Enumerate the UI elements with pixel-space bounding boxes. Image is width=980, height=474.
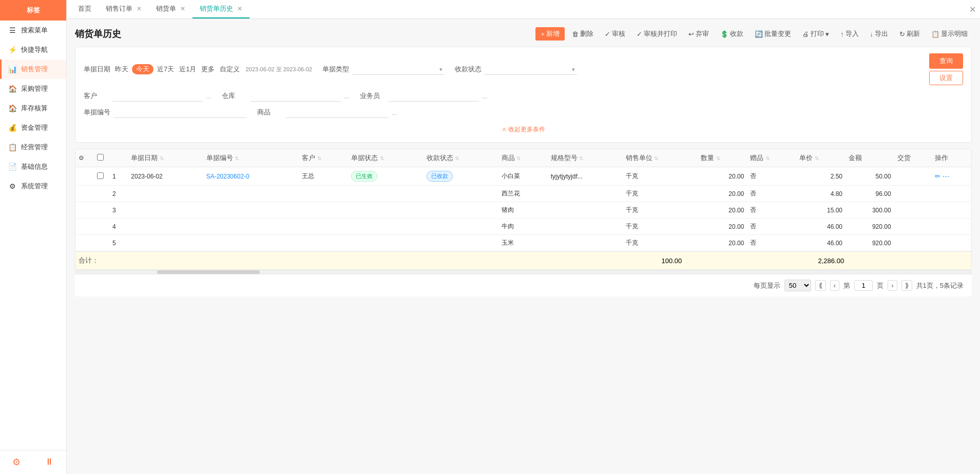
col-goods[interactable]: 商品 bbox=[498, 149, 548, 167]
col-doc-status[interactable]: 单据状态 bbox=[348, 149, 423, 167]
first-page-button[interactable]: ⟪ bbox=[815, 280, 826, 291]
show-detail-button[interactable]: 📋 显示明细 bbox=[927, 27, 972, 41]
col-sale-unit[interactable]: 销售单位 bbox=[623, 149, 698, 167]
payment-status-select[interactable] bbox=[485, 64, 577, 75]
next-page-button[interactable]: › bbox=[888, 280, 897, 291]
cell-check[interactable] bbox=[94, 202, 109, 219]
print-button[interactable]: 🖨 打印 ▾ bbox=[798, 27, 833, 41]
sidebar-item-quick-nav[interactable]: ⚡ 快捷导航 bbox=[0, 40, 66, 60]
col-amount: 金额 bbox=[846, 149, 894, 167]
close-sales-history-tab-icon[interactable]: ✕ bbox=[237, 5, 242, 12]
tab-home[interactable]: 首页 bbox=[71, 0, 99, 18]
tab-bar-close-btn[interactable]: ✕ bbox=[969, 5, 976, 14]
cell-doc-no[interactable]: SA-20230602-0 bbox=[203, 167, 299, 186]
tab-sales-order[interactable]: 销售订单 ✕ bbox=[99, 0, 149, 18]
customer-ellipsis[interactable]: ... bbox=[206, 92, 212, 100]
cell-payment-status bbox=[424, 186, 498, 202]
cell-payment-status: 已收款 bbox=[424, 167, 498, 186]
system-mgmt-icon: ⚙ bbox=[8, 182, 17, 190]
sidebar-item-label: 系统管理 bbox=[21, 182, 48, 191]
tab-sales-goods[interactable]: 销货单 ✕ bbox=[149, 0, 193, 18]
sidebar-item-system-mgmt[interactable]: ⚙ 系统管理 bbox=[0, 176, 66, 196]
audit-button[interactable]: ✓ 审核 bbox=[601, 27, 629, 41]
col-transaction: 交货 bbox=[894, 149, 932, 167]
cell-rownum: 3 bbox=[109, 202, 128, 219]
col-spec-type[interactable]: 规格型号 bbox=[548, 149, 623, 167]
collapse-button[interactable]: ∧ 收起更多条件 bbox=[84, 123, 963, 136]
prev-page-button[interactable]: ‹ bbox=[830, 280, 839, 291]
date-shortcut-custom[interactable]: 自定义 bbox=[218, 64, 241, 74]
col-customer[interactable]: 客户 bbox=[299, 149, 348, 167]
refresh-button[interactable]: ↻ 刷新 bbox=[895, 27, 924, 41]
cell-check[interactable] bbox=[94, 219, 109, 235]
goods-ellipsis[interactable]: ... bbox=[392, 109, 397, 116]
batch-change-button[interactable]: 🔄 批量变更 bbox=[751, 27, 795, 41]
cell-spec-type bbox=[548, 235, 623, 251]
tab-sales-history[interactable]: 销货单历史 ✕ bbox=[193, 0, 249, 18]
table-scrollbar[interactable] bbox=[75, 270, 972, 274]
date-shortcut-today[interactable]: 今天 bbox=[132, 64, 153, 74]
warehouse-label: 仓库 bbox=[222, 91, 247, 101]
new-button[interactable]: + 新增 bbox=[535, 27, 565, 41]
sidebar-item-label: 搜索菜单 bbox=[21, 26, 48, 35]
cell-transaction bbox=[894, 219, 932, 235]
sidebar-item-label: 资金管理 bbox=[21, 123, 48, 132]
sidebar-settings-btn[interactable]: ⚙ bbox=[8, 455, 25, 470]
col-unit-price[interactable]: 单价 bbox=[796, 149, 846, 167]
per-page-select[interactable]: 50 100 200 bbox=[784, 280, 811, 291]
cell-check[interactable] bbox=[94, 186, 109, 202]
col-gift[interactable]: 赠品 bbox=[747, 149, 796, 167]
table-row: 1 2023-06-02 SA-20230602-0 王总 已生效 已收款 小白… bbox=[75, 167, 971, 186]
warehouse-input[interactable] bbox=[251, 90, 341, 102]
sidebar-pause-btn[interactable]: ⏸ bbox=[41, 455, 58, 470]
more-action-btn[interactable]: ⋯ bbox=[943, 172, 949, 180]
staff-ellipsis[interactable]: ... bbox=[482, 92, 488, 100]
staff-input[interactable] bbox=[389, 90, 479, 102]
col-doc-date[interactable]: 单据日期 bbox=[128, 149, 203, 167]
col-settings[interactable]: ⚙ bbox=[75, 149, 94, 167]
docno-input[interactable] bbox=[113, 107, 247, 118]
goods-input[interactable] bbox=[286, 107, 389, 118]
close-sales-order-tab-icon[interactable]: ✕ bbox=[137, 5, 142, 12]
import-button[interactable]: ↑ 导入 bbox=[836, 27, 863, 41]
close-sales-goods-tab-icon[interactable]: ✕ bbox=[180, 5, 185, 12]
filter-settings-button[interactable]: 设置 bbox=[929, 71, 963, 85]
delete-button[interactable]: 🗑 删除 bbox=[568, 27, 598, 41]
select-all-checkbox[interactable] bbox=[97, 154, 104, 161]
date-shortcut-1month[interactable]: 近1月 bbox=[178, 64, 198, 74]
customer-input[interactable] bbox=[112, 90, 203, 102]
page-number-input[interactable] bbox=[854, 280, 873, 291]
scrollbar-thumb[interactable] bbox=[157, 270, 260, 274]
edit-action-btn[interactable]: ✏ bbox=[935, 172, 940, 180]
col-action: 操作 bbox=[932, 149, 971, 167]
col-doc-no[interactable]: 单据编号 bbox=[203, 149, 299, 167]
audit-print-button[interactable]: ✓ 审核并打印 bbox=[632, 27, 681, 41]
last-page-button[interactable]: ⟫ bbox=[901, 280, 912, 291]
export-button[interactable]: ↓ 导出 bbox=[866, 27, 893, 41]
col-qty[interactable]: 数量 bbox=[698, 149, 747, 167]
abandon-button[interactable]: ↩ 弃审 bbox=[684, 27, 713, 41]
col-payment-status[interactable]: 收款状态 bbox=[424, 149, 498, 167]
cell-payment-status bbox=[424, 202, 498, 219]
date-shortcut-more[interactable]: 更多 bbox=[200, 64, 216, 74]
sidebar-item-inventory[interactable]: 🏠 库存核算 bbox=[0, 98, 66, 118]
sidebar-item-basic-info[interactable]: 📄 基础信息 bbox=[0, 157, 66, 176]
doc-type-select[interactable] bbox=[352, 64, 445, 75]
table-container: ⚙ 单据日期 单据编号 客户 bbox=[75, 149, 972, 270]
date-shortcut-yesterday[interactable]: 昨天 bbox=[113, 64, 130, 74]
cell-check[interactable] bbox=[94, 167, 109, 186]
sidebar-item-finance[interactable]: 💰 资金管理 bbox=[0, 118, 66, 137]
filter-row-3: 单据编号 商品 ... bbox=[84, 107, 963, 118]
warehouse-ellipsis[interactable]: ... bbox=[344, 92, 350, 100]
sidebar-item-search-menu[interactable]: ☰ 搜索菜单 bbox=[0, 21, 66, 40]
table-row: 5 玉米 千克 20.00 否 46.00 920.00 bbox=[75, 235, 971, 251]
query-button[interactable]: 查询 bbox=[929, 53, 963, 69]
sidebar-item-operations[interactable]: 📋 经营管理 bbox=[0, 137, 66, 157]
date-shortcut-7days[interactable]: 近7天 bbox=[156, 64, 176, 74]
sidebar-item-sales-mgmt[interactable]: 📊 销售管理 bbox=[0, 60, 66, 79]
sidebar-item-purchase-mgmt[interactable]: 🏠 采购管理 bbox=[0, 79, 66, 98]
collect-button[interactable]: 💲 收款 bbox=[716, 27, 747, 41]
cell-sale-unit: 千克 bbox=[623, 167, 698, 186]
cell-sale-unit: 千克 bbox=[623, 235, 698, 251]
cell-check[interactable] bbox=[94, 235, 109, 251]
